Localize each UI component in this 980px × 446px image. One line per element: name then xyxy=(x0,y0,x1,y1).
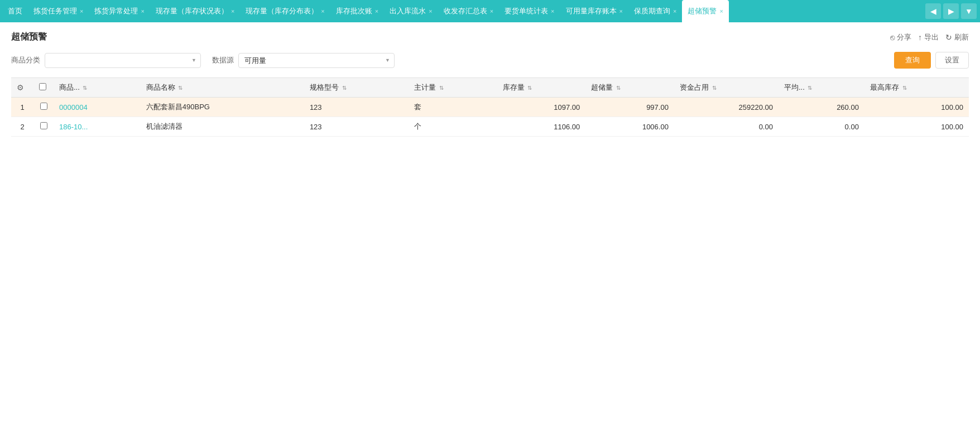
nav-quality[interactable]: 保质期查询 × xyxy=(628,0,682,22)
datasource-select-wrapper: 可用量 xyxy=(238,53,395,68)
table-head: ⚙ 商品... ⇅ 商品名称 ⇅ 规格型号 ⇅ 主计量 xyxy=(11,78,969,98)
export-link[interactable]: ↑ 导出 xyxy=(918,32,939,42)
col-avg[interactable]: 平均... ⇅ xyxy=(779,78,864,98)
page-title: 超储预警 xyxy=(11,31,47,43)
page-actions: ⎋ 分享 ↑ 导出 ↻ 刷新 xyxy=(890,32,969,42)
nav-task-mgmt[interactable]: 拣货任务管理 × xyxy=(28,0,89,22)
row-spec: 123 xyxy=(304,117,409,137)
row-overstock: 997.00 xyxy=(585,98,674,117)
nav-close-icon[interactable]: × xyxy=(719,8,723,14)
row-avg: 260.00 xyxy=(779,98,864,117)
nav-controls: ◀ ▶ ▼ xyxy=(924,3,978,19)
nav-close-icon[interactable]: × xyxy=(551,8,554,14)
row-num: 2 xyxy=(11,117,33,137)
col-spec[interactable]: 规格型号 ⇅ xyxy=(304,78,409,98)
nav-close-icon[interactable]: × xyxy=(231,8,234,14)
nav-batch[interactable]: 库存批次账 × xyxy=(330,0,384,22)
refresh-link[interactable]: ↻ 刷新 xyxy=(945,32,969,42)
row-capital: 0.00 xyxy=(674,117,779,137)
col-unit[interactable]: 主计量 ⇅ xyxy=(409,78,497,98)
row-spec: 123 xyxy=(304,98,409,117)
nav-stock-dist[interactable]: 现存量（库存分布表） × xyxy=(240,0,330,22)
col-checkbox-header xyxy=(33,78,54,98)
export-icon: ↑ xyxy=(918,33,922,42)
nav-home[interactable]: 首页 xyxy=(2,0,28,22)
sort-icon: ⇅ xyxy=(808,85,812,91)
row-checkbox-cell xyxy=(33,98,54,117)
nav-close-icon[interactable]: × xyxy=(429,8,432,14)
nav-stock-status[interactable]: 现存量（库存状况表） × xyxy=(150,0,240,22)
nav-close-icon[interactable]: × xyxy=(673,8,676,14)
sort-icon: ⇅ xyxy=(616,85,621,91)
col-max-stock[interactable]: 最高库存 ⇅ xyxy=(864,78,969,98)
col-gear: ⚙ xyxy=(11,78,33,98)
row-stock: 1106.00 xyxy=(497,117,586,137)
nav-prev-btn[interactable]: ◀ xyxy=(925,3,941,19)
nav-avail-stock[interactable]: 可用量库存账本 × xyxy=(560,0,628,22)
row-overstock: 1006.00 xyxy=(585,117,674,137)
row-num: 1 xyxy=(11,98,33,117)
row-unit: 个 xyxy=(409,117,497,137)
refresh-icon: ↻ xyxy=(945,33,952,42)
row-max-stock: 100.00 xyxy=(864,98,969,117)
share-icon: ⎋ xyxy=(890,33,895,42)
row-checkbox[interactable] xyxy=(40,122,47,129)
page-header: 超储预警 ⎋ 分享 ↑ 导出 ↻ 刷新 xyxy=(11,31,969,43)
col-overstock[interactable]: 超储量 ⇅ xyxy=(585,78,674,98)
category-select-wrapper xyxy=(45,53,201,68)
select-all-checkbox[interactable] xyxy=(39,83,46,90)
row-unit: 套 xyxy=(409,98,497,117)
nav-close-icon[interactable]: × xyxy=(619,8,623,14)
nav-more-btn[interactable]: ▼ xyxy=(961,3,977,19)
category-label: 商品分类 xyxy=(11,55,40,65)
gear-icon[interactable]: ⚙ xyxy=(17,83,24,92)
table-row: 2 186-10... 机油滤清器 123 个 1106.00 1006.00 … xyxy=(11,117,969,137)
nav-close-icon[interactable]: × xyxy=(141,8,144,14)
filter-bar: 商品分类 数据源 可用量 查询 设置 xyxy=(11,52,969,69)
top-nav: 首页 拣货任务管理 × 拣货异常处理 × 现存量（库存状况表） × 现存量（库存… xyxy=(0,0,980,22)
datasource-label: 数据源 xyxy=(212,55,234,65)
settings-button[interactable]: 设置 xyxy=(935,52,969,69)
row-checkbox[interactable] xyxy=(40,103,47,110)
sort-icon: ⇅ xyxy=(712,85,717,91)
nav-close-icon[interactable]: × xyxy=(490,8,493,14)
share-link[interactable]: ⎋ 分享 xyxy=(890,32,911,42)
datasource-filter-group: 数据源 可用量 xyxy=(212,53,395,68)
nav-order-stats[interactable]: 要货单统计表 × xyxy=(499,0,560,22)
row-avg: 0.00 xyxy=(779,117,864,137)
nav-close-icon[interactable]: × xyxy=(375,8,378,14)
row-product-name: 机油滤清器 xyxy=(141,117,304,137)
row-checkbox-cell xyxy=(33,117,54,137)
sort-icon: ⇅ xyxy=(178,85,182,91)
col-capital[interactable]: 资金占用 ⇅ xyxy=(674,78,779,98)
row-max-stock: 100.00 xyxy=(864,117,969,137)
row-product-code: 186-10... xyxy=(54,117,141,137)
datasource-select[interactable]: 可用量 xyxy=(238,53,395,68)
col-product-code[interactable]: 商品... ⇅ xyxy=(54,78,141,98)
nav-overstock[interactable]: 超储预警 × xyxy=(682,0,728,22)
category-filter-group: 商品分类 xyxy=(11,53,201,68)
row-product-name: 六配套新昌490BPG xyxy=(141,98,304,117)
col-product-name[interactable]: 商品名称 ⇅ xyxy=(141,78,304,98)
nav-abnormal[interactable]: 拣货异常处理 × xyxy=(89,0,150,22)
sort-icon: ⇅ xyxy=(527,85,532,91)
sort-icon: ⇅ xyxy=(439,85,444,91)
nav-inout[interactable]: 出入库流水 × xyxy=(384,0,438,22)
sort-icon: ⇅ xyxy=(83,85,87,91)
row-capital: 259220.00 xyxy=(674,98,779,117)
query-button[interactable]: 查询 xyxy=(894,52,931,69)
row-product-code: 0000004 xyxy=(54,98,141,117)
table-body: 1 0000004 六配套新昌490BPG 123 套 1097.00 997.… xyxy=(11,98,969,137)
table-row: 1 0000004 六配套新昌490BPG 123 套 1097.00 997.… xyxy=(11,98,969,117)
category-select[interactable] xyxy=(45,53,201,68)
nav-summary[interactable]: 收发存汇总表 × xyxy=(438,0,499,22)
nav-next-btn[interactable]: ▶ xyxy=(943,3,959,19)
nav-close-icon[interactable]: × xyxy=(80,8,83,14)
row-stock: 1097.00 xyxy=(497,98,586,117)
page-content: 超储预警 ⎋ 分享 ↑ 导出 ↻ 刷新 商品分类 xyxy=(0,22,980,446)
col-stock[interactable]: 库存量 ⇅ xyxy=(497,78,586,98)
sort-icon: ⇅ xyxy=(342,85,347,91)
nav-close-icon[interactable]: × xyxy=(321,8,324,14)
data-table: ⚙ 商品... ⇅ 商品名称 ⇅ 规格型号 ⇅ 主计量 xyxy=(11,77,969,137)
sort-icon: ⇅ xyxy=(902,85,907,91)
